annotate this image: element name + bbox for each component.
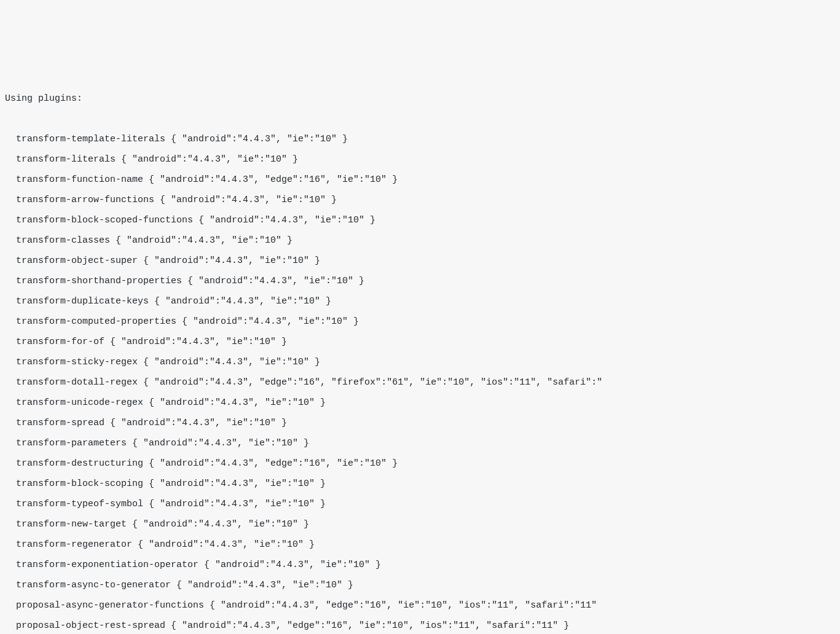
plugin-name: transform-exponentiation-operator bbox=[16, 560, 198, 570]
plugin-name: transform-unicode-regex bbox=[16, 397, 143, 408]
plugin-line: transform-object-super { "android":"4.4.… bbox=[5, 251, 835, 271]
plugin-targets: { "android":"4.4.3", "ie":"10" } bbox=[171, 134, 348, 144]
plugin-line: transform-template-literals { "android":… bbox=[5, 129, 835, 149]
plugin-name: transform-duplicate-keys bbox=[16, 296, 149, 307]
plugin-line: transform-typeof-symbol { "android":"4.4… bbox=[5, 494, 835, 514]
plugin-targets: { "android":"4.4.3", "edge":"16", "ie":"… bbox=[210, 600, 597, 611]
plugin-name: transform-block-scoping bbox=[16, 479, 143, 489]
plugin-line: transform-computed-properties { "android… bbox=[5, 311, 835, 332]
plugin-name: transform-computed-properties bbox=[16, 316, 176, 327]
plugin-targets: { "android":"4.4.3", "edge":"16", "ie":"… bbox=[171, 620, 569, 631]
plugin-targets: { "android":"4.4.3", "ie":"10" } bbox=[110, 418, 287, 428]
plugin-name: transform-new-target bbox=[16, 519, 127, 530]
plugin-targets: { "android":"4.4.3", "ie":"10" } bbox=[154, 296, 331, 307]
plugin-name: proposal-async-generator-functions bbox=[16, 600, 204, 611]
plugin-name: transform-classes bbox=[16, 235, 110, 246]
plugin-line: transform-function-name { "android":"4.4… bbox=[5, 170, 835, 190]
plugin-line: transform-async-to-generator { "android"… bbox=[5, 575, 835, 595]
plugin-targets: { "android":"4.4.3", "ie":"10" } bbox=[182, 316, 359, 327]
plugin-line: transform-unicode-regex { "android":"4.4… bbox=[5, 393, 835, 413]
plugin-list: transform-template-literals { "android":… bbox=[5, 129, 835, 634]
plugin-name: transform-object-super bbox=[16, 256, 138, 266]
plugin-targets: { "android":"4.4.3", "ie":"10" } bbox=[138, 539, 315, 550]
plugin-targets: { "android":"4.4.3", "ie":"10" } bbox=[110, 337, 287, 347]
plugin-name: transform-regenerator bbox=[16, 539, 132, 550]
plugin-name: transform-for-of bbox=[16, 337, 104, 347]
plugin-targets: { "android":"4.4.3", "edge":"16", "ie":"… bbox=[149, 458, 398, 469]
plugin-line: transform-arrow-functions { "android":"4… bbox=[5, 190, 835, 210]
plugin-name: transform-literals bbox=[16, 154, 116, 165]
plugin-name: transform-shorthand-properties bbox=[16, 276, 182, 286]
plugin-line: proposal-object-rest-spread { "android":… bbox=[5, 616, 835, 634]
plugin-line: transform-exponentiation-operator { "and… bbox=[5, 555, 835, 575]
plugin-line: transform-regenerator { "android":"4.4.3… bbox=[5, 534, 835, 555]
plugin-line: transform-parameters { "android":"4.4.3"… bbox=[5, 433, 835, 453]
plugin-line: transform-classes { "android":"4.4.3", "… bbox=[5, 230, 835, 251]
plugin-line: transform-duplicate-keys { "android":"4.… bbox=[5, 291, 835, 311]
plugin-targets: { "android":"4.4.3", "ie":"10" } bbox=[198, 215, 375, 225]
plugin-targets: { "android":"4.4.3", "ie":"10" } bbox=[116, 235, 292, 246]
plugin-line: proposal-async-generator-functions { "an… bbox=[5, 595, 835, 616]
plugin-name: transform-spread bbox=[16, 418, 104, 428]
plugin-name: transform-typeof-symbol bbox=[16, 499, 143, 509]
plugin-line: transform-block-scoped-functions { "andr… bbox=[5, 210, 835, 230]
plugin-targets: { "android":"4.4.3", "edge":"16", "ie":"… bbox=[149, 174, 398, 185]
plugin-name: transform-sticky-regex bbox=[16, 357, 138, 367]
plugin-line: transform-for-of { "android":"4.4.3", "i… bbox=[5, 332, 835, 352]
plugin-line: transform-sticky-regex { "android":"4.4.… bbox=[5, 352, 835, 372]
plugin-line: transform-shorthand-properties { "androi… bbox=[5, 271, 835, 291]
plugin-line: transform-block-scoping { "android":"4.4… bbox=[5, 474, 835, 494]
plugin-name: transform-dotall-regex bbox=[16, 377, 138, 388]
plugin-targets: { "android":"4.4.3", "edge":"16", "firef… bbox=[143, 377, 602, 388]
plugin-line: transform-destructuring { "android":"4.4… bbox=[5, 453, 835, 474]
plugin-targets: { "android":"4.4.3", "ie":"10" } bbox=[121, 154, 298, 165]
plugin-targets: { "android":"4.4.3", "ie":"10" } bbox=[149, 499, 326, 509]
plugin-name: transform-parameters bbox=[16, 438, 127, 448]
plugin-targets: { "android":"4.4.3", "ie":"10" } bbox=[149, 397, 326, 408]
plugin-name: transform-block-scoped-functions bbox=[16, 215, 193, 225]
plugin-targets: { "android":"4.4.3", "ie":"10" } bbox=[204, 560, 381, 570]
plugin-name: transform-destructuring bbox=[16, 458, 143, 469]
plugin-name: proposal-object-rest-spread bbox=[16, 620, 165, 631]
plugin-targets: { "android":"4.4.3", "ie":"10" } bbox=[132, 519, 309, 530]
plugin-line: transform-literals { "android":"4.4.3", … bbox=[5, 149, 835, 170]
plugin-name: transform-function-name bbox=[16, 174, 143, 185]
plugin-targets: { "android":"4.4.3", "ie":"10" } bbox=[160, 195, 337, 205]
plugin-targets: { "android":"4.4.3", "ie":"10" } bbox=[143, 256, 320, 266]
header-line: Using plugins: bbox=[5, 88, 835, 109]
plugin-targets: { "android":"4.4.3", "ie":"10" } bbox=[132, 438, 309, 448]
plugin-name: transform-template-literals bbox=[16, 134, 165, 144]
plugin-name: transform-arrow-functions bbox=[16, 195, 154, 205]
plugin-line: transform-new-target { "android":"4.4.3"… bbox=[5, 514, 835, 534]
plugin-targets: { "android":"4.4.3", "ie":"10" } bbox=[187, 276, 364, 286]
plugin-name: transform-async-to-generator bbox=[16, 580, 171, 590]
plugin-targets: { "android":"4.4.3", "ie":"10" } bbox=[143, 357, 320, 367]
plugin-targets: { "android":"4.4.3", "ie":"10" } bbox=[149, 479, 326, 489]
plugin-targets: { "android":"4.4.3", "ie":"10" } bbox=[176, 580, 353, 590]
plugin-line: transform-dotall-regex { "android":"4.4.… bbox=[5, 372, 835, 393]
plugin-line: transform-spread { "android":"4.4.3", "i… bbox=[5, 413, 835, 433]
